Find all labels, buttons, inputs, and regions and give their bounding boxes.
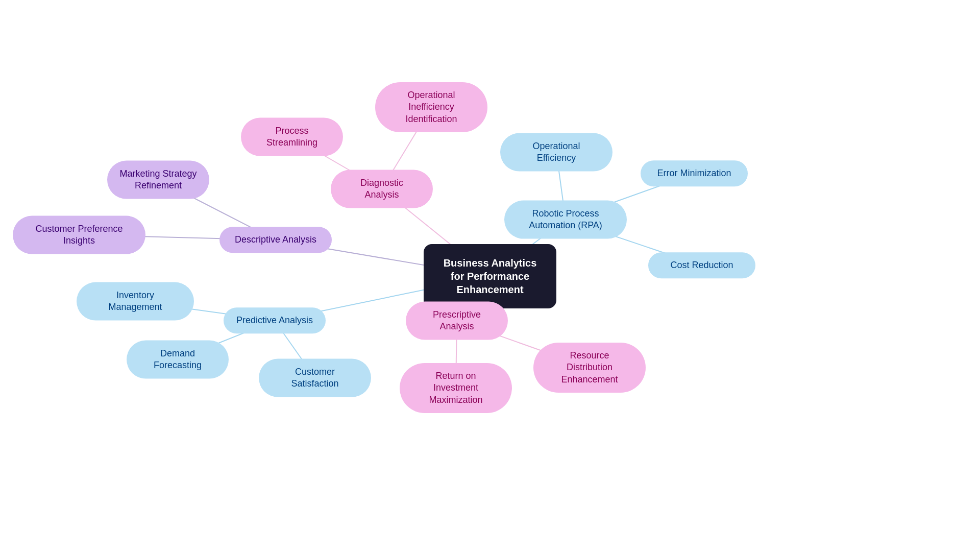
node-op_ineff: Operational Inefficiency Identification xyxy=(375,82,487,132)
node-cost_red: Cost Reduction xyxy=(648,252,755,278)
node-customer_pref: Customer Preference Insights xyxy=(13,216,145,254)
node-process_stream: Process Streamlining xyxy=(241,118,343,156)
node-descriptive: Descriptive Analysis xyxy=(219,227,332,253)
node-roi: Return on Investment Maximization xyxy=(400,363,512,413)
node-error_min: Error Minimization xyxy=(641,160,748,186)
node-predictive: Predictive Analysis xyxy=(224,307,326,333)
node-op_eff: Operational Efficiency xyxy=(500,133,612,172)
node-marketing: Marketing Strategy Refinement xyxy=(107,161,209,199)
node-demand: Demand Forecasting xyxy=(127,341,229,379)
node-cust_sat: Customer Satisfaction xyxy=(259,359,371,397)
node-diagnostic: Diagnostic Analysis xyxy=(331,170,433,208)
node-center: Business Analytics for Performance Enhan… xyxy=(424,244,556,308)
node-resource: Resource Distribution Enhancement xyxy=(533,343,646,393)
node-rpa: Robotic Process Automation (RPA) xyxy=(504,201,627,239)
node-prescriptive: Prescriptive Analysis xyxy=(406,302,508,340)
node-inventory: Inventory Management xyxy=(77,282,194,321)
mindmap-container: Business Analytics for Performance Enhan… xyxy=(0,0,980,553)
